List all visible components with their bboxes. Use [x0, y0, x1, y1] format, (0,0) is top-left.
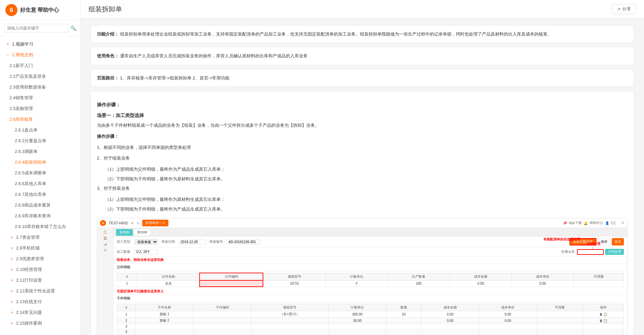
sidebar-item-inv4[interactable]: 2.6.4组装拆卸单: [0, 157, 80, 168]
path-label: 页面路径：: [97, 75, 119, 80]
ops-title: 操作步骤：: [97, 102, 628, 108]
search-input[interactable]: [4, 24, 68, 33]
ops-section: 操作步骤： 场景一：加工类型选择 当由多个子件材料组装成一个成品的业务为【组装】…: [91, 91, 634, 335]
expand-icon-faq: ＋: [9, 310, 14, 316]
mock-date-input[interactable]: [179, 239, 206, 244]
mock-th-available: 可用量: [574, 273, 624, 280]
mock-icon-bar: 📌 App下载 🔔 帮助中心 👤 CC: [563, 221, 616, 225]
scenario1-desc: 当由多个子件材料组装成一个成品的业务为【组装】业务，当由一个父件拆分成多个子产品…: [97, 121, 628, 130]
mock-qty-input[interactable]: [135, 249, 158, 255]
mock-tab-query[interactable]: 查询单: [133, 229, 151, 236]
mock-tab-new[interactable]: 新增单: [116, 229, 133, 236]
mock-cth-cost: 成本金额: [421, 304, 479, 311]
expand-icon-finance: ＋: [9, 234, 14, 240]
expand-icon-ops: ＋: [9, 267, 14, 273]
sidebar-item-inv6[interactable]: 2.6.6其他入库单: [0, 178, 80, 189]
sidebar-item-coupon[interactable]: ＋ 2.9优惠券管理: [0, 254, 80, 264]
sidebar-item-inv1[interactable]: 2.6.1盘点单: [0, 125, 80, 135]
sidebar-item-help[interactable]: － 2.帮助文档: [0, 50, 80, 60]
sidebar-item-cases[interactable]: ＋ 2.15操作案例: [0, 318, 80, 329]
mock-sidebar-icon1[interactable]: 📋: [98, 229, 112, 235]
mock-sidebar-icon2[interactable]: 🏠: [98, 235, 112, 241]
search-box: 🔍: [0, 20, 80, 36]
mock-process-btn[interactable]: 立即处理: [605, 249, 624, 255]
search-icon[interactable]: 🔍: [70, 25, 76, 31]
mock-th-unit: 计量单位: [326, 273, 388, 280]
sidebar-item-install[interactable]: 2.2产品安装及登录: [0, 71, 80, 82]
mock-cth-unit: 计量单位: [328, 304, 386, 311]
mock-cth-name: 子件名称: [136, 304, 193, 311]
sidebar-item-inv10[interactable]: 2.6.10库存账本错了怎么办: [0, 221, 80, 232]
content-area: 功能介绍： 组装拆卸单用来处理企业组装或拆卸等加工业务，支持有固定装配清单的产品…: [80, 18, 644, 335]
sidebar-item-inv3[interactable]: 2.6.3调拨单: [0, 146, 80, 157]
mock-parent-row1: 1 关木 10*10 个 100 0.00 0.00: [117, 280, 624, 287]
sidebar-item-video[interactable]: ＋ 1.视频学习: [0, 39, 80, 50]
mock-warehouse-label: 所属仓库:: [561, 249, 576, 254]
role-label: 使用角色：: [97, 53, 119, 58]
step3: 3、对于拆装业务: [97, 184, 628, 193]
mock-child-table: # 子件名称 子件编码 规格型号 计量单位 数量 成本金额 成本单价: [117, 304, 624, 335]
sidebar-item-ops[interactable]: ＋ 2.10经营管理: [0, 264, 80, 275]
mock-new-order-btn[interactable]: 新增单据一方: [142, 220, 168, 226]
sidebar-item-print[interactable]: ＋ 2.11打印设置: [0, 275, 80, 286]
sidebar-item-payment[interactable]: ＋ 2.13在线支付: [0, 296, 80, 307]
sidebar-item-purchase[interactable]: 2.5采购管理: [0, 103, 80, 114]
scenario1-title: 场景一：加工类型选择: [97, 113, 628, 119]
sidebar-item-newbie[interactable]: 2.1新手入门: [0, 60, 80, 71]
mock-child-row3: 3: [117, 324, 624, 329]
intro-text: 组装拆卸单用来处理企业组装或拆卸等加工业务，支持有固定装配清单的产品加工业务，也…: [120, 32, 552, 37]
path-text: 1、库存核算->库存管理->组装拆卸单 2、首页->常用功能: [120, 75, 230, 80]
sidebar-item-faq[interactable]: ＋ 2.14常见问题: [0, 307, 80, 318]
expand-icon-cases: ＋: [9, 320, 14, 326]
sidebar-item-inv5[interactable]: 2.6.5成本调整单: [0, 168, 80, 178]
sidebar-item-inventory[interactable]: 2.6库存核算: [0, 114, 80, 125]
collapse-icon: －: [5, 52, 10, 58]
expand-icon-mobile: ＋: [9, 245, 14, 251]
mock-th-spec: 规格型号: [263, 273, 326, 280]
step1: 1、根据不同的业务，选择不同单据的类型来处理: [97, 144, 628, 152]
sidebar-item-inv9[interactable]: 2.6.9库存账本查询: [0, 211, 80, 221]
path-block: 页面路径： 1、库存核算->库存管理->组装拆卸单 2、首页->常用功能: [91, 69, 634, 87]
logo-icon: 6: [5, 4, 17, 16]
mock-child-row1: 1 面板 1 （长×宽×1） 300.00 10 0.00 0.00: [117, 311, 624, 318]
mock-sidebar-icon3[interactable]: 📊: [98, 241, 112, 247]
mock-type-label: 加工类型:: [117, 239, 131, 244]
mock-annotation-bom: 有装配清单的在这里处理: [543, 237, 580, 242]
main-content: 组装拆卸单 ↗ 分享 功能介绍： 组装拆卸单用来处理企业组装或拆卸等加工业务，支…: [80, 0, 644, 335]
step2-2: （2）下部明细为子件明细，最终作为原材料生成其它出库单。: [97, 175, 628, 183]
mock-cth-spec: 规格型号: [251, 304, 328, 311]
screenshot-mockup: 6 TEST-H002 ▼ ⚙ 新增单据一方 📌 App下载 🔔 帮助中心 👤: [97, 218, 628, 335]
sidebar-item-data[interactable]: 2.3使用前数据准备: [0, 82, 80, 93]
mock-sidebar-icon4[interactable]: ⚙: [98, 247, 112, 253]
mock-parent-table: # 父件名称 父件编码 规格型号 计量单位 生产数量 成本金额 成本单价: [117, 273, 624, 287]
mock-cth-unitcost: 成本单价: [479, 304, 537, 311]
logo-title: 好生意 帮助中心: [20, 7, 59, 14]
sidebar-item-inv7[interactable]: 2.6.7其他出库单: [0, 189, 80, 200]
mock-submit-btn[interactable]: 提交: [612, 238, 624, 245]
sidebar-item-mobile[interactable]: ＋ 2.8手机旺铺: [0, 243, 80, 254]
role-block: 使用角色： 通常由生产人员或库管人员完成拆装业务的操作，库管人员确认原材料的出库…: [91, 47, 634, 65]
mock-close-icon[interactable]: ✕: [621, 221, 625, 225]
step3-1: （1）上部明细为父件明细，最终作为原材料生成其它出库单；: [97, 196, 628, 204]
mock-th-qty: 生产数量: [388, 273, 450, 280]
mock-type-select[interactable]: 组装单据 拆卸单据: [135, 239, 158, 245]
share-icon: ↗: [617, 7, 621, 12]
mock-arrow-bom: →: [579, 239, 584, 244]
mock-code-label: 单据编号:: [209, 239, 224, 244]
mock-cth-no: #: [117, 304, 136, 311]
expand-icon-coupon: ＋: [9, 256, 14, 262]
sidebar-item-system[interactable]: ＋ 2.12系统个性化设置: [0, 286, 80, 296]
mock-warehouse-input[interactable]: [577, 249, 604, 255]
share-button[interactable]: ↗ 分享: [612, 4, 636, 14]
sidebar-item-inv8[interactable]: 2.6.8商品成本重算: [0, 200, 80, 211]
expand-icon: ＋: [5, 41, 10, 47]
mock-th-no: #: [117, 273, 137, 280]
expand-icon-system: ＋: [9, 288, 14, 294]
sidebar-item-sales[interactable]: 2.4销售管理: [0, 93, 80, 103]
sidebar-item-inv2[interactable]: 2.6.2分量盘点单: [0, 135, 80, 146]
mock-code-input[interactable]: [227, 239, 260, 244]
mock-th-cost: 成本金额: [450, 273, 512, 280]
sidebar-item-finance[interactable]: ＋ 2.7资金管理: [0, 232, 80, 243]
mock-th-parent-name: 父件名称: [137, 273, 200, 280]
role-text: 通常由生产人员或库管人员完成拆装业务的操作，库管人员确认原材料的出库和产成品的入…: [120, 53, 308, 58]
